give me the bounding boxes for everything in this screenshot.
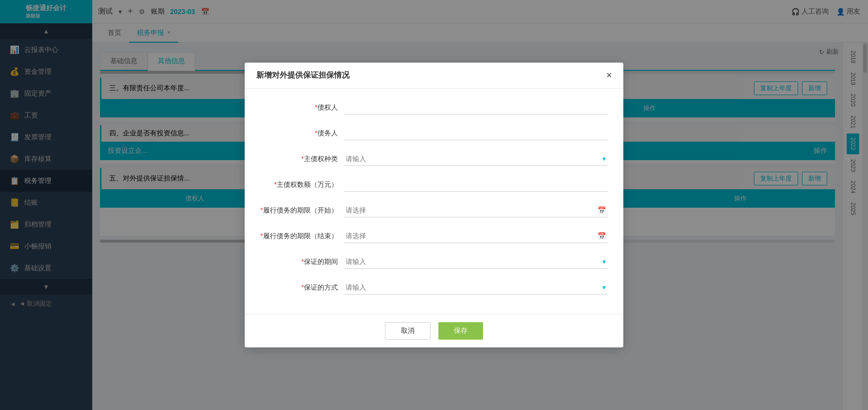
select-credit-type-input[interactable]: [346, 155, 602, 163]
select-credit-type[interactable]: ▾: [344, 152, 608, 166]
required-mark-2: *: [315, 129, 317, 137]
form-row-guarantee-period: *保证的期间 ▾: [260, 255, 608, 269]
select-guarantee-period-arrow: ▾: [602, 258, 606, 265]
select-guarantee-method-arrow: ▾: [602, 283, 606, 291]
label-guarantee-period: *保证的期间: [260, 258, 338, 266]
required-mark-4: *: [274, 180, 277, 188]
date-period-end-input[interactable]: [346, 232, 598, 240]
required-mark-6: *: [261, 232, 263, 240]
required-mark: *: [315, 103, 317, 111]
label-debtor: *债务人: [260, 129, 338, 138]
select-guarantee-method[interactable]: ▾: [344, 280, 608, 295]
required-mark-7: *: [301, 258, 304, 265]
select-guarantee-method-input[interactable]: [346, 283, 602, 291]
calendar-end-icon[interactable]: 📅: [598, 232, 606, 240]
cancel-button[interactable]: 取消: [385, 322, 431, 340]
modal-body: *债权人 *债务人 *主债权种类 ▾: [245, 89, 623, 314]
required-mark-5: *: [261, 206, 263, 214]
modal-overlay[interactable]: 新增对外提供保证担保情况 × *债权人 *债务人 *: [0, 0, 868, 410]
input-creditor[interactable]: [344, 100, 608, 115]
label-credit-type: *主债权种类: [260, 155, 338, 164]
label-period-end: *履行债务的期限（结束）: [260, 232, 338, 241]
form-row-debtor: *债务人: [260, 126, 608, 140]
form-row-guarantee-method: *保证的方式 ▾: [260, 280, 608, 295]
form-row-credit-amount: *主债权数额（万元）: [260, 178, 608, 192]
form-row-creditor: *债权人: [260, 100, 608, 115]
form-row-period-end: *履行债务的期限（结束） 📅: [260, 229, 608, 243]
form-row-period-start: *履行债务的期限（开始） 📅: [260, 203, 608, 217]
required-mark-8: *: [301, 283, 304, 291]
modal-close-icon[interactable]: ×: [606, 70, 612, 81]
label-period-start: *履行债务的期限（开始）: [260, 206, 338, 215]
modal-header: 新增对外提供保证担保情况 ×: [245, 63, 623, 89]
modal-footer: 取消 保存: [245, 314, 623, 347]
input-credit-amount[interactable]: [344, 178, 608, 192]
select-guarantee-period[interactable]: ▾: [344, 255, 608, 269]
form-row-credit-type: *主债权种类 ▾: [260, 152, 608, 166]
required-mark-3: *: [301, 155, 304, 163]
label-credit-amount: *主债权数额（万元）: [260, 180, 338, 189]
calendar-start-icon[interactable]: 📅: [598, 206, 606, 214]
modal-title: 新增对外提供保证担保情况: [256, 70, 350, 81]
select-guarantee-period-input[interactable]: [346, 258, 602, 265]
select-credit-type-arrow: ▾: [602, 155, 606, 163]
date-period-end[interactable]: 📅: [344, 229, 608, 243]
modal-dialog: 新增对外提供保证担保情况 × *债权人 *债务人 *: [245, 63, 623, 347]
label-creditor: *债权人: [260, 103, 338, 112]
save-button[interactable]: 保存: [438, 322, 483, 340]
label-guarantee-method: *保证的方式: [260, 283, 338, 292]
date-period-start[interactable]: 📅: [344, 203, 608, 217]
input-debtor[interactable]: [344, 126, 608, 140]
date-period-start-input[interactable]: [346, 206, 598, 214]
